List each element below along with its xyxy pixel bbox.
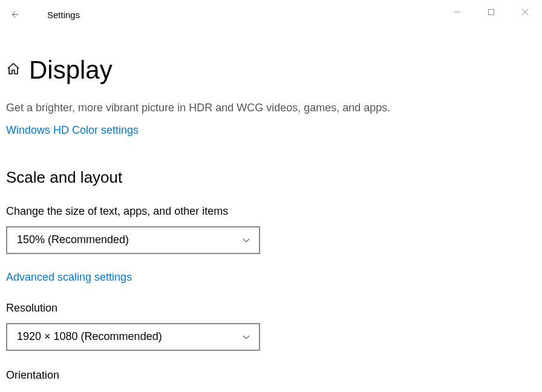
advanced-scaling-link[interactable]: Advanced scaling settings: [6, 271, 132, 284]
page-title: Display: [29, 56, 113, 85]
close-icon: [521, 8, 529, 16]
minimize-button[interactable]: [440, 0, 474, 24]
close-button[interactable]: [508, 0, 542, 24]
orientation-label: Orientation: [6, 369, 530, 382]
page-header: Display: [6, 56, 530, 85]
text-size-value: 150% (Recommended): [17, 234, 129, 246]
content-area: Display Get a brighter, more vibrant pic…: [0, 56, 542, 382]
hdr-description: Get a brighter, more vibrant picture in …: [6, 99, 393, 117]
chevron-down-icon: [242, 333, 250, 341]
hd-color-settings-link[interactable]: Windows HD Color settings: [6, 124, 139, 137]
chevron-down-icon: [242, 236, 250, 244]
maximize-button[interactable]: [474, 0, 508, 24]
arrow-left-icon: [9, 9, 20, 20]
back-button[interactable]: [0, 0, 29, 29]
home-icon: [6, 62, 21, 79]
titlebar: Settings: [0, 0, 542, 29]
svg-rect-0: [489, 10, 494, 15]
scale-layout-heading: Scale and layout: [6, 168, 530, 187]
window-controls: [440, 0, 542, 24]
resolution-dropdown[interactable]: 1920 × 1080 (Recommended): [6, 323, 260, 351]
text-size-dropdown[interactable]: 150% (Recommended): [6, 226, 260, 254]
text-size-label: Change the size of text, apps, and other…: [6, 205, 530, 218]
resolution-value: 1920 × 1080 (Recommended): [17, 330, 162, 343]
maximize-icon: [488, 8, 495, 16]
app-title: Settings: [47, 10, 80, 20]
minimize-icon: [454, 8, 461, 16]
resolution-label: Resolution: [6, 302, 530, 315]
